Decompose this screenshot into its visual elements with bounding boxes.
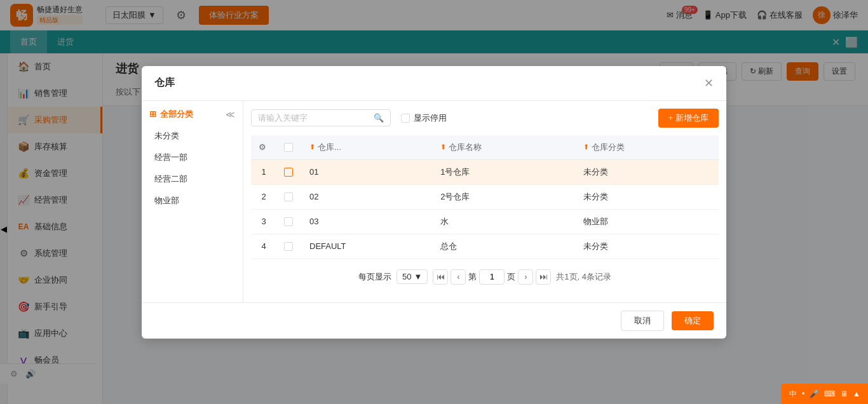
status-bar-right: 中 • 🎤 ⌨ 🖥 ▲ [782, 384, 868, 404]
dot-icon: • [802, 389, 804, 398]
modal-footer: 取消 确定 [142, 302, 726, 339]
per-page-dropdown-icon: ▼ [414, 272, 422, 281]
table-row[interactable]: 2 02 2号仓库 未分类 [251, 184, 719, 209]
table-row[interactable]: 4 DEFAULT 总仓 未分类 [251, 234, 719, 259]
category-panel: ⊞ 全部分类 ≪ 未分类 经营一部 经营二部 物业部 [142, 101, 243, 302]
page-next-btn[interactable]: › [518, 269, 533, 285]
row-category: 未分类 [576, 184, 719, 209]
show-disabled-group: 显示停用 [401, 112, 447, 124]
grid-icon: ⊞ [149, 109, 156, 119]
row-code: 02 [302, 184, 433, 209]
per-page-label: 每页显示 [358, 271, 391, 283]
th-code: ⬆仓库... [302, 135, 433, 160]
table-row[interactable]: 3 03 水 物业部 [251, 209, 719, 234]
cancel-button[interactable]: 取消 [621, 311, 664, 331]
row-code: 01 [302, 159, 433, 184]
row-category: 未分类 [576, 159, 719, 184]
sort-icon-category: ⬆ [583, 143, 589, 151]
row-name: 总仓 [433, 234, 576, 259]
page-number-input[interactable] [479, 269, 505, 285]
row-num: 2 [251, 184, 276, 209]
monitor-icon: 🖥 [840, 389, 848, 398]
warehouse-table: ⚙ ⬆仓库... ⬆仓库名称 ⬆仓库分类 1 01 [251, 135, 719, 259]
page-last-btn[interactable]: ⏭ [536, 269, 551, 285]
lang-icon: 中 [789, 389, 797, 400]
th-name: ⬆仓库名称 [433, 135, 576, 160]
add-warehouse-button[interactable]: + 新增仓库 [658, 109, 719, 128]
page-prev-btn[interactable]: ‹ [451, 269, 466, 285]
mic-icon[interactable]: 🎤 [810, 389, 819, 398]
th-checkbox[interactable] [276, 135, 302, 160]
arrow-icon: ▲ [853, 389, 860, 398]
row-num: 1 [251, 159, 276, 184]
category-item-uncategorized[interactable]: 未分类 [149, 125, 235, 147]
table-row[interactable]: 1 01 1号仓库 未分类 [251, 159, 719, 184]
per-page-value: 50 [402, 272, 411, 281]
modal-body: ⊞ 全部分类 ≪ 未分类 经营一部 经营二部 物业部 🔍 [142, 101, 726, 302]
category-header: ⊞ 全部分类 ≪ [149, 109, 235, 120]
row-name: 水 [433, 209, 576, 234]
row-name: 1号仓库 [433, 159, 576, 184]
table-panel: 🔍 显示停用 + 新增仓库 ⚙ [243, 101, 726, 302]
category-item-dept1[interactable]: 经营一部 [149, 147, 235, 168]
category-title-text: 全部分类 [160, 109, 193, 120]
row-num: 3 [251, 209, 276, 234]
row-check[interactable] [276, 159, 302, 184]
row-code: DEFAULT [302, 234, 433, 259]
search-input[interactable] [258, 113, 374, 123]
show-disabled-checkbox[interactable] [401, 114, 410, 123]
modal-close-button[interactable]: ✕ [704, 76, 714, 90]
sort-icon-name: ⬆ [440, 143, 446, 151]
category-collapse-btn[interactable]: ≪ [226, 109, 235, 119]
pagination: 每页显示 50 ▼ ⏮ ‹ 第 页 › ⏭ 共1页, 4条记录 [251, 259, 719, 295]
page-first-btn[interactable]: ⏮ [433, 269, 448, 285]
page-total-info: 共1页, 4条记录 [556, 271, 611, 283]
modal-title: 仓库 [154, 76, 175, 90]
category-item-property[interactable]: 物业部 [149, 190, 235, 212]
modal-header: 仓库 ✕ [142, 66, 726, 101]
search-icon[interactable]: 🔍 [374, 113, 384, 123]
row-check[interactable] [276, 184, 302, 209]
keyboard-icon[interactable]: ⌨ [824, 389, 835, 398]
row-num: 4 [251, 234, 276, 259]
page-unit: 页 [507, 271, 515, 283]
page-nav: ⏮ ‹ 第 页 › ⏭ [433, 269, 551, 285]
confirm-button[interactable]: 确定 [672, 311, 714, 330]
row-check[interactable] [276, 209, 302, 234]
table-toolbar: 🔍 显示停用 + 新增仓库 [251, 109, 719, 128]
row-check[interactable] [276, 234, 302, 259]
row-code: 03 [302, 209, 433, 234]
th-settings[interactable]: ⚙ [251, 135, 276, 160]
row-name: 2号仓库 [433, 184, 576, 209]
category-item-dept2[interactable]: 经营二部 [149, 168, 235, 190]
show-disabled-label: 显示停用 [414, 112, 447, 124]
row-category: 未分类 [576, 234, 719, 259]
table-container: ⚙ ⬆仓库... ⬆仓库名称 ⬆仓库分类 1 01 [251, 135, 719, 259]
search-box: 🔍 [251, 109, 391, 126]
th-category: ⬆仓库分类 [576, 135, 719, 160]
category-title: ⊞ 全部分类 [149, 109, 193, 120]
modal-overlay: 仓库 ✕ ⊞ 全部分类 ≪ 未分类 经营一部 经营二部 物业部 [0, 0, 868, 404]
sort-icon-code: ⬆ [309, 143, 315, 151]
per-page-select[interactable]: 50 ▼ [397, 269, 428, 284]
row-category: 物业部 [576, 209, 719, 234]
page-label: 第 [468, 271, 477, 283]
warehouse-modal: 仓库 ✕ ⊞ 全部分类 ≪ 未分类 经营一部 经营二部 物业部 [142, 66, 726, 339]
